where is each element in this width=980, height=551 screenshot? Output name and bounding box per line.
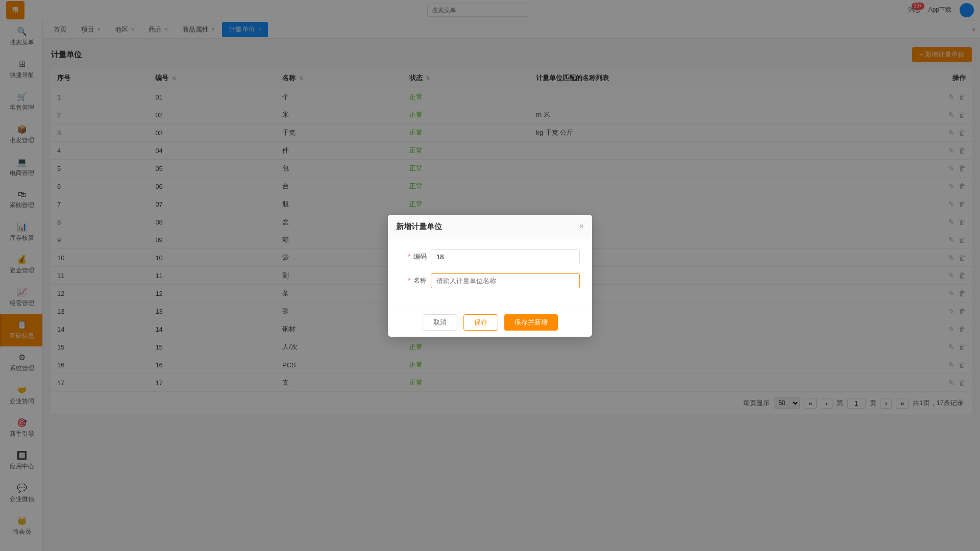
modal-header: 新增计量单位 × bbox=[388, 215, 592, 239]
required-star: * bbox=[408, 253, 410, 260]
add-unit-modal: 新增计量单位 × * 编码 * 名称 取消 保存 保存并新增 bbox=[388, 215, 592, 337]
name-input[interactable] bbox=[431, 273, 580, 288]
cancel-button[interactable]: 取消 bbox=[423, 314, 457, 331]
modal-title: 新增计量单位 bbox=[396, 222, 442, 232]
code-input[interactable] bbox=[431, 249, 580, 264]
modal-body: * 编码 * 名称 bbox=[388, 239, 592, 308]
save-and-new-button[interactable]: 保存并新增 bbox=[504, 314, 558, 331]
required-star-name: * bbox=[408, 277, 410, 284]
modal-close-button[interactable]: × bbox=[579, 222, 584, 231]
save-button[interactable]: 保存 bbox=[463, 314, 498, 331]
form-row-code: * 编码 bbox=[400, 249, 580, 264]
form-row-name: * 名称 bbox=[400, 273, 580, 288]
modal-overlay[interactable]: 新增计量单位 × * 编码 * 名称 取消 保存 保存并新增 bbox=[0, 0, 980, 551]
modal-footer: 取消 保存 保存并新增 bbox=[388, 308, 592, 337]
name-label: * 名称 bbox=[400, 276, 431, 285]
code-label: * 编码 bbox=[400, 252, 431, 261]
